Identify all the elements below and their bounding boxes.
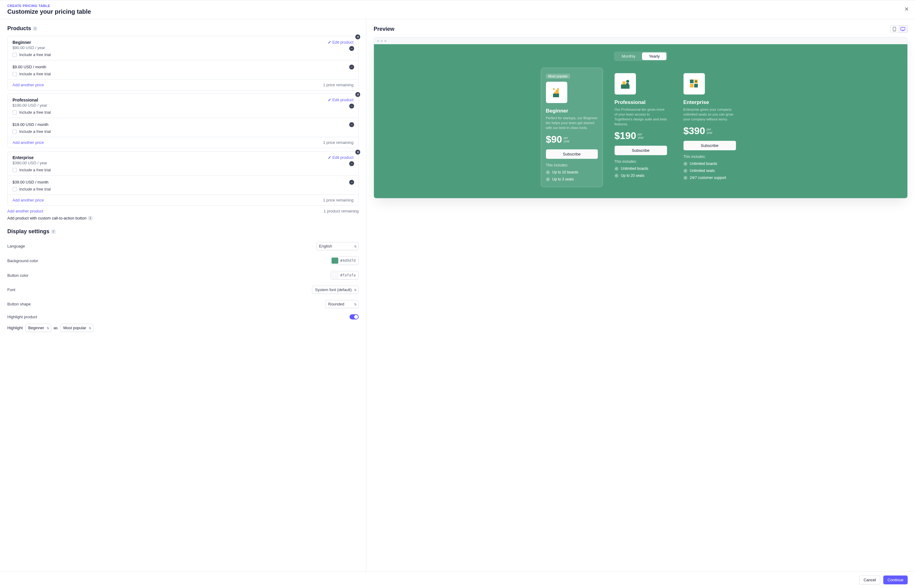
chevron-updown-icon: ⇅ — [354, 302, 356, 306]
check-icon: ✓ — [683, 169, 687, 173]
free-trial-checkbox[interactable] — [13, 129, 17, 134]
plan-name: Beginner — [546, 108, 598, 114]
breadcrumb: CREATE PRICING TABLE — [7, 4, 908, 8]
plan-period: peryear — [707, 128, 713, 134]
desktop-view-button[interactable] — [898, 26, 907, 32]
add-product-link[interactable]: Add another product — [7, 209, 43, 213]
plan-price: $390 peryear — [683, 125, 736, 137]
price-row: Beginner$90.00 USD / yearEdit product−In… — [8, 36, 358, 60]
feature-text: Up to 10 boards — [552, 170, 578, 174]
btncolor-input[interactable]: #fafafa — [330, 271, 359, 279]
free-trial-checkbox[interactable] — [13, 72, 17, 76]
remove-price-icon[interactable]: − — [349, 180, 354, 185]
edit-product-label: Edit product — [332, 40, 353, 45]
pencil-icon — [328, 98, 331, 102]
bgcolor-swatch — [332, 258, 338, 264]
free-trial-label: Include a free trial — [19, 72, 51, 76]
info-icon[interactable]: i — [33, 26, 37, 31]
close-icon[interactable]: ✕ — [904, 6, 909, 13]
display-settings-heading-text: Display settings — [7, 228, 49, 235]
mobile-view-button[interactable] — [891, 26, 898, 32]
period-tabs: Monthly Yearly — [614, 52, 667, 61]
tab-monthly[interactable]: Monthly — [615, 52, 642, 60]
language-value: English — [319, 244, 332, 249]
plan-feature: ✓ Unlimited seats — [683, 168, 736, 173]
cancel-button[interactable]: Cancel — [859, 575, 880, 584]
add-price-link[interactable]: Add another price — [13, 140, 44, 145]
product-price: $39.00 USD / month — [13, 180, 353, 184]
chevron-updown-icon: ⇅ — [47, 326, 49, 330]
highlight-badge-value: Most popular — [63, 326, 86, 330]
price-remaining-hint: 1 price remaining — [323, 82, 353, 87]
highlight-product-select[interactable]: Beginner ⇅ — [25, 324, 51, 332]
free-trial-checkbox[interactable] — [13, 110, 17, 115]
continue-button[interactable]: Continue — [883, 575, 908, 584]
plan-period: peryear — [564, 136, 569, 143]
device-toggle — [890, 25, 908, 33]
highlight-as: as — [54, 326, 58, 330]
free-trial-label: Include a free trial — [19, 52, 51, 57]
edit-product-link[interactable]: Edit product — [328, 40, 353, 45]
feature-text: 24/7 customer support — [690, 176, 726, 180]
feature-text: Up to 20 seats — [621, 173, 645, 178]
bgcolor-value: #4d9d7d — [340, 258, 358, 263]
tab-yearly[interactable]: Yearly — [642, 52, 666, 60]
svg-rect-12 — [626, 83, 628, 84]
highlight-badge-select[interactable]: Most popular ⇅ — [60, 324, 93, 332]
product-card: ✕Beginner$90.00 USD / yearEdit product−I… — [7, 36, 359, 90]
plan-feature: ✓ Unlimited boards — [683, 162, 736, 166]
price-row: Professional$190.00 USD / yearEdit produ… — [8, 94, 358, 118]
check-icon: ✓ — [615, 174, 619, 178]
svg-rect-3 — [902, 31, 904, 31]
chevron-updown-icon: ⇅ — [89, 326, 91, 330]
subscribe-button[interactable]: Subscribe — [546, 149, 598, 159]
free-trial-checkbox[interactable] — [13, 187, 17, 191]
remove-price-icon[interactable]: − — [349, 122, 354, 127]
font-select[interactable]: System font (default) ⇅ — [312, 286, 359, 294]
remove-price-icon[interactable]: − — [349, 161, 354, 166]
product-card: ✕Enterprise$390.00 USD / yearEdit produc… — [7, 151, 359, 206]
shape-select[interactable]: Rounded ⇅ — [325, 300, 359, 308]
add-price-link[interactable]: Add another price — [13, 198, 44, 202]
products-heading: Products i — [7, 25, 359, 32]
left-panel: Products i ✕Beginner$90.00 USD / yearEdi… — [0, 19, 366, 572]
edit-product-link[interactable]: Edit product — [328, 97, 353, 102]
plan-feature: ✓ 24/7 customer support — [683, 176, 736, 180]
bgcolor-input[interactable]: #4d9d7d — [330, 256, 359, 265]
shape-label: Button shape — [7, 302, 31, 306]
free-trial-checkbox[interactable] — [13, 53, 17, 57]
language-select[interactable]: English ⇅ — [316, 242, 359, 250]
desktop-icon — [900, 27, 905, 31]
product-card: ✕Professional$190.00 USD / yearEdit prod… — [7, 94, 359, 148]
feature-text: Unlimited boards — [621, 166, 648, 171]
svg-rect-1 — [894, 31, 895, 31]
products-heading-text: Products — [7, 25, 31, 32]
add-cta-product-link[interactable]: Add product with custom call-to-action b… — [7, 216, 86, 220]
plan-name: Professional — [615, 99, 667, 105]
free-trial-checkbox[interactable] — [13, 168, 17, 172]
free-trial-label: Include a free trial — [19, 168, 51, 172]
plan-amount: $390 — [683, 125, 705, 137]
remove-price-icon[interactable]: − — [349, 103, 354, 108]
remove-price-icon[interactable]: − — [349, 65, 354, 69]
plan-description: Our Professional tier gives more of your… — [615, 107, 667, 126]
edit-product-link[interactable]: Edit product — [328, 155, 353, 160]
subscribe-button[interactable]: Subscribe — [615, 146, 667, 155]
price-row: $19.00 USD / month−Include a free trial — [8, 118, 358, 137]
plan-card: ProfessionalOur Professional tier gives … — [610, 68, 672, 187]
product-price: $90.00 USD / year — [13, 45, 45, 50]
highlight-toggle[interactable] — [350, 314, 359, 320]
subscribe-button[interactable]: Subscribe — [683, 141, 736, 150]
plan-period: peryear — [638, 132, 643, 139]
bgcolor-label: Background color — [7, 258, 38, 263]
info-icon[interactable]: i — [51, 229, 55, 234]
includes-label: This includes: — [615, 160, 667, 164]
remove-price-icon[interactable]: − — [349, 46, 354, 51]
price-remaining-hint: 1 price remaining — [323, 140, 353, 145]
check-icon: ✓ — [683, 176, 687, 180]
svg-rect-9 — [621, 84, 630, 89]
plan-image — [615, 73, 636, 94]
add-price-link[interactable]: Add another price — [13, 82, 44, 87]
svg-point-11 — [626, 80, 629, 83]
info-icon[interactable]: i — [88, 216, 92, 220]
